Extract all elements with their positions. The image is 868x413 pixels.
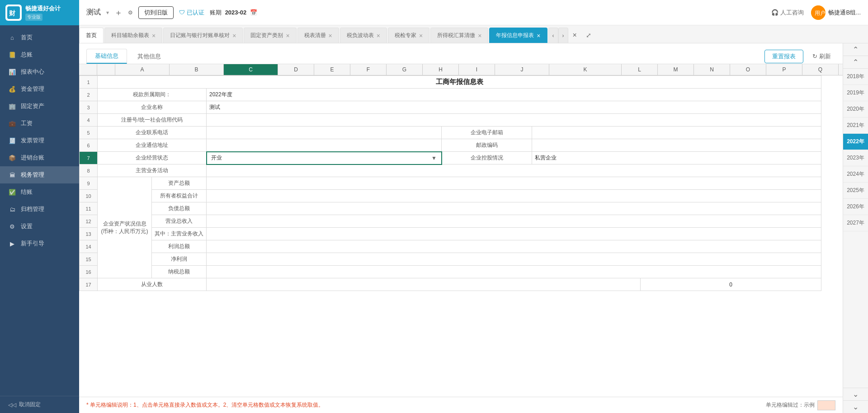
cell-17-empty[interactable] (207, 278, 641, 291)
year-item-2026[interactable]: 2026年 (843, 199, 868, 215)
sidebar-item-stock[interactable]: 📦 进销台账 (0, 149, 79, 166)
shield-icon: 🛡 (179, 9, 185, 16)
tab-next-btn[interactable]: › (558, 28, 568, 43)
close-icon[interactable]: × (537, 32, 540, 39)
cell-6-addr[interactable] (207, 139, 442, 152)
cell-7-status[interactable]: 开业 ▼ (207, 152, 442, 164)
close-icon[interactable]: × (419, 32, 423, 39)
table-content[interactable]: 1 工商年报信息表 2 税款所属期间： 2022年度 (79, 75, 843, 397)
cell-5-phone[interactable] (207, 127, 442, 139)
year-item-2018[interactable]: 2018年 (843, 69, 868, 85)
cell-6-zip[interactable] (532, 139, 821, 152)
tab-home[interactable]: 首页 (79, 28, 104, 43)
sidebar-item-guide[interactable]: ▶ 新手引导 (0, 235, 79, 252)
cell-11-value[interactable] (207, 202, 821, 215)
table-row: 4 注册号/统一社会信用代码 (80, 114, 821, 127)
topbar-dropdown-arrow[interactable]: ▾ (106, 9, 109, 16)
sidebar-logo: 财 畅捷通好会计 专业版 (0, 0, 79, 25)
cell-3-value[interactable]: 测试 (207, 101, 821, 114)
cell-15-value[interactable] (207, 253, 821, 266)
cell-2-value[interactable]: 2022年度 (207, 89, 821, 101)
refresh-label: 刷新 (819, 52, 831, 61)
row-num-6: 6 (80, 139, 98, 152)
tab-tax-expert[interactable]: 税检专家 × (388, 28, 429, 43)
cell-13-value[interactable] (207, 228, 821, 240)
nav-label-tax: 税务管理 (21, 171, 44, 179)
logo-title: 畅捷通好会计 (25, 5, 61, 13)
sidebar-item-invoice[interactable]: 🧾 发票管理 (0, 132, 79, 149)
close-icon[interactable]: × (377, 32, 380, 39)
tab-journal-bank[interactable]: 日记账与银行对账单核对 × (163, 28, 243, 43)
sidebar-item-report[interactable]: 📊 报表中心 (0, 63, 79, 80)
user-menu[interactable]: 用户 畅捷通B组... (811, 5, 861, 20)
cell-13-label: 其中：主营业务收入 (152, 228, 207, 240)
tab-annual-report[interactable]: 年报信息申报表 × (489, 28, 547, 43)
close-icon[interactable]: × (232, 32, 236, 39)
cancel-fixed-btn[interactable]: ◁◁ 取消固定 (8, 401, 71, 408)
year-item-2020[interactable]: 2020年 (843, 101, 868, 117)
service-btn[interactable]: 🎧 人工咨询 (771, 9, 804, 17)
tab-subject-balance[interactable]: 科目辅助余额表 × (104, 28, 162, 43)
tab-expand-btn[interactable]: ⤢ (581, 28, 596, 43)
sidebar-item-fund[interactable]: 💰 资金管理 (0, 80, 79, 98)
close-icon[interactable]: × (152, 32, 156, 39)
sub-tabs: 基础信息 其他信息 重置报表 ↻ 刷新 (79, 43, 843, 64)
cell-16-value[interactable] (207, 266, 821, 278)
sidebar-item-home[interactable]: ⌂ 首页 (0, 29, 79, 46)
cell-8-value[interactable] (207, 164, 821, 177)
cell-12-value[interactable] (207, 215, 821, 228)
ledger-icon: 📒 (8, 51, 16, 59)
close-icon[interactable]: × (478, 32, 481, 39)
sidebar-item-tax[interactable]: 🏛 税务管理 (0, 166, 79, 183)
cancel-fixed-label: 取消固定 (19, 401, 41, 408)
nav-label-asset: 固定资产 (21, 102, 44, 110)
sidebar-footer: ◁◁ 取消固定 (0, 396, 79, 413)
topbar-gear-btn[interactable]: ⚙ (128, 9, 133, 16)
close-icon[interactable]: × (329, 32, 332, 39)
cell-9-value[interactable] (207, 177, 821, 190)
col-header-row: A B C D E F G H I J K L M N O (79, 64, 843, 75)
switch-version-button[interactable]: 切到旧版 (138, 6, 174, 19)
cell-14-value[interactable] (207, 240, 821, 253)
sidebar-item-archive[interactable]: 🗂 归档管理 (0, 201, 79, 218)
year-item-2021[interactable]: 2021年 (843, 117, 868, 134)
sub-tab-basic[interactable]: 基础信息 (86, 49, 127, 64)
cell-10-value[interactable] (207, 190, 821, 202)
sidebar-item-ledger[interactable]: 📒 总账 (0, 46, 79, 63)
year-nav-down2-btn[interactable]: ⌄ (843, 400, 868, 413)
year-item-2027[interactable]: 2027年 (843, 215, 868, 231)
close-icon[interactable]: × (286, 32, 289, 39)
cell-7-holding[interactable]: 私营企业 (532, 152, 821, 164)
tab-prev-btn[interactable]: ‹ (548, 28, 558, 43)
spreadsheet-wrapper: A B C D E F G H I J K L M N O (79, 64, 843, 413)
cell-4-value[interactable] (207, 114, 821, 127)
nav-label-ledger: 总账 (21, 51, 33, 59)
sidebar-item-close[interactable]: ✅ 结账 (0, 183, 79, 201)
tab-tax-fluctuation[interactable]: 税负波动表 × (340, 28, 387, 43)
cell-title[interactable]: 工商年报信息表 (98, 76, 821, 89)
calendar-icon[interactable]: 📅 (250, 9, 257, 16)
refresh-button[interactable]: ↻ 刷新 (808, 50, 835, 63)
sidebar-item-settings[interactable]: ⚙ 设置 (0, 218, 79, 235)
cell-17-value[interactable]: 0 (641, 278, 821, 291)
tab-close-all-btn[interactable]: × (568, 28, 581, 43)
year-item-2023[interactable]: 2023年 (843, 150, 868, 166)
year-nav-up2-btn[interactable]: ⌃ (843, 56, 868, 69)
reset-button[interactable]: 重置报表 (764, 50, 803, 63)
year-item-2019[interactable]: 2019年 (843, 85, 868, 101)
year-item-2025[interactable]: 2025年 (843, 183, 868, 199)
tab-tax-list[interactable]: 税表清册 × (297, 28, 339, 43)
topbar-add-btn[interactable]: ＋ (114, 7, 123, 18)
asset-icon: 🏢 (8, 102, 16, 110)
tab-income-tax[interactable]: 所得税汇算清缴 × (430, 28, 488, 43)
year-item-2024[interactable]: 2024年 (843, 166, 868, 183)
sidebar-item-asset[interactable]: 🏢 固定资产 (0, 98, 79, 115)
tab-fixed-asset[interactable]: 固定资产类别 × (244, 28, 296, 43)
year-nav-down-btn[interactable]: ⌄ (843, 388, 868, 400)
year-nav-up-btn[interactable]: ⌃ (843, 43, 868, 56)
cell-5-email[interactable] (532, 127, 821, 139)
sub-tab-other[interactable]: 其他信息 (129, 49, 170, 64)
sidebar-item-salary[interactable]: 💼 工资 (0, 115, 79, 132)
year-item-2022[interactable]: 2022年 (843, 134, 868, 150)
verified-badge: 🛡 已认证 (179, 9, 204, 17)
